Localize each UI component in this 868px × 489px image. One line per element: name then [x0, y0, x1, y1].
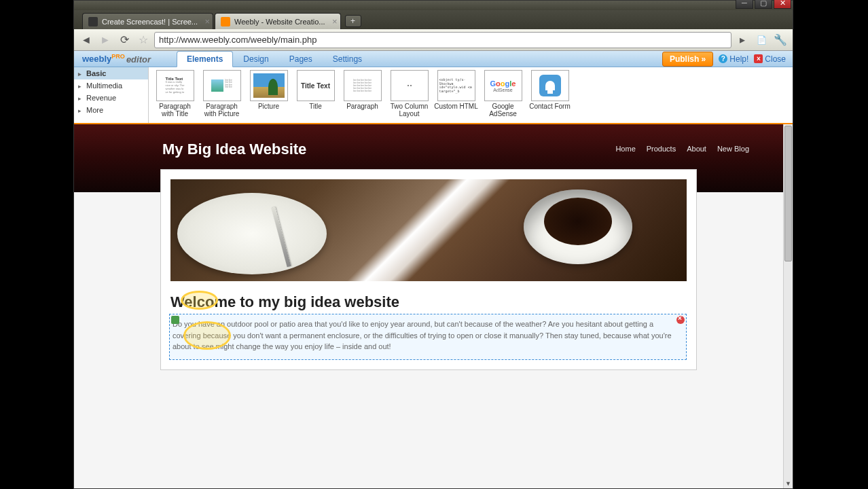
category-more[interactable]: ▸More [74, 104, 148, 116]
code-icon: <object ty/x-Shockwa id="style.wid <a ta… [438, 77, 475, 94]
editor-tabs: Elements Design Pages Settings [177, 51, 372, 67]
paragraph-text[interactable]: Do you have an outdoor pool or patio are… [173, 319, 683, 352]
chevron-right-icon: ▸ [78, 83, 82, 90]
browser-navbar: ◄ ► ⟳ ☆ http://www.weebly.com/weebly/mai… [74, 29, 793, 51]
paragraph-editing-box[interactable]: Do you have an outdoor pool or patio are… [169, 314, 687, 360]
element-paragraph[interactable]: line line line line lineline line line l… [340, 70, 384, 120]
browser-tab-screencast[interactable]: Create Screencast! | Scree... × [82, 13, 213, 29]
tab-settings[interactable]: Settings [323, 51, 372, 67]
site-title[interactable]: My Big Idea Website [162, 141, 306, 158]
nav-new-blog[interactable]: New Blog [717, 145, 749, 153]
chevron-right-icon: ▸ [78, 107, 82, 114]
contact-icon [539, 75, 561, 96]
canvas-inner[interactable]: My Big Idea Website Home Products About … [74, 124, 783, 488]
chevron-right-icon: ▸ [78, 95, 82, 102]
paragraph-picture-icon: line lineline lineline lineline line [210, 78, 233, 93]
nav-products[interactable]: Products [647, 145, 676, 153]
title-icon: Title Text [297, 70, 335, 101]
address-bar[interactable]: http://www.weebly.com/weebly/main.php [154, 32, 731, 48]
go-button[interactable]: ▸ [734, 32, 751, 48]
weebly-logo: weeblyPROeditor [77, 52, 156, 66]
element-title[interactable]: Title Text Title [293, 70, 338, 120]
nav-about[interactable]: About [687, 145, 706, 153]
scroll-thumb[interactable] [784, 126, 792, 261]
tab-elements[interactable]: Elements [177, 51, 233, 67]
tab-title: Weebly - Website Creatio... [234, 18, 325, 26]
reload-button[interactable]: ⟳ [116, 32, 132, 48]
element-two-column[interactable]: Two Column Layout [387, 70, 431, 120]
element-custom-html[interactable]: <object ty/x-Shockwa id="style.wid <a ta… [434, 70, 478, 120]
element-paragraph-with-picture[interactable]: line lineline lineline lineline line Par… [200, 70, 244, 120]
nav-home[interactable]: Home [615, 145, 635, 153]
tab-pages[interactable]: Pages [279, 51, 323, 67]
welcome-heading[interactable]: Welcome to my big idea website [170, 293, 687, 311]
element-contact-form[interactable]: Contact Form [528, 70, 572, 120]
canvas-area: My Big Idea Website Home Products About … [74, 124, 793, 488]
close-icon: × [754, 54, 763, 63]
category-revenue[interactable]: ▸Revenue [74, 92, 148, 104]
category-basic[interactable]: ▸Basic [74, 67, 148, 79]
site-nav: Home Products About New Blog [615, 145, 749, 153]
tab-title: Create Screencast! | Scree... [102, 18, 198, 26]
delete-element-button[interactable] [676, 316, 685, 324]
url-text: http://www.weebly.com/weebly/main.php [159, 35, 317, 45]
window-close-button[interactable]: ✕ [774, 0, 791, 9]
editor-topbar: weeblyPROeditor Elements Design Pages Se… [74, 51, 793, 67]
tab-close-icon[interactable]: × [332, 16, 338, 26]
paragraph-icon: line line line line lineline line line l… [344, 70, 382, 101]
window-maximize-button[interactable]: ▢ [755, 0, 772, 9]
page-menu-button[interactable]: 📄 [753, 32, 770, 48]
paragraph-title-icon: Title TextIt was a reallynice or sky. Th… [164, 75, 187, 96]
back-button[interactable]: ◄ [78, 32, 94, 48]
favicon-icon [88, 17, 98, 26]
two-column-icon [405, 82, 414, 89]
content-card: Welcome to my big idea website Do you ha… [160, 169, 697, 370]
help-icon: ? [719, 54, 727, 63]
google-icon: GoogleAdSense [490, 79, 516, 92]
wrench-menu-button[interactable]: 🔧 [772, 32, 789, 48]
element-google-adsense[interactable]: GoogleAdSense Google AdSense [481, 70, 525, 120]
browser-tabbar: Create Screencast! | Scree... × Weebly -… [74, 10, 793, 29]
element-picture[interactable]: Picture [247, 70, 291, 120]
picture-icon [253, 73, 285, 98]
elements-strip: Title TextIt was a reallynice or sky. Th… [149, 67, 793, 123]
favicon-icon [221, 17, 230, 26]
vertical-scrollbar[interactable]: ▲ ▼ [783, 124, 793, 488]
publish-button[interactable]: Publish » [662, 52, 713, 67]
elements-toolbar: ▸Basic ▸Multimedia ▸Revenue ▸More Title … [74, 67, 793, 124]
tab-close-icon[interactable]: × [204, 16, 210, 26]
chevron-right-icon: ▸ [78, 71, 82, 77]
bookmark-icon[interactable]: ☆ [135, 32, 151, 48]
window-titlebar: ─ ▢ ✕ [74, 1, 793, 10]
scroll-down-icon[interactable]: ▼ [784, 479, 793, 488]
window-minimize-button[interactable]: ─ [736, 0, 753, 9]
help-link[interactable]: ? Help! [719, 54, 748, 64]
forward-button[interactable]: ► [97, 32, 113, 48]
category-multimedia[interactable]: ▸Multimedia [74, 79, 148, 92]
category-sidebar: ▸Basic ▸Multimedia ▸Revenue ▸More [74, 67, 149, 123]
browser-tab-weebly[interactable]: Weebly - Website Creatio... × [215, 13, 340, 29]
new-tab-button[interactable]: + [345, 15, 361, 27]
content-body: Welcome to my big idea website Do you ha… [74, 169, 783, 488]
tab-design[interactable]: Design [233, 51, 278, 67]
element-paragraph-with-title[interactable]: Title TextIt was a reallynice or sky. Th… [153, 70, 197, 120]
hero-image[interactable] [170, 179, 687, 281]
close-editor-link[interactable]: × Close [754, 54, 786, 64]
